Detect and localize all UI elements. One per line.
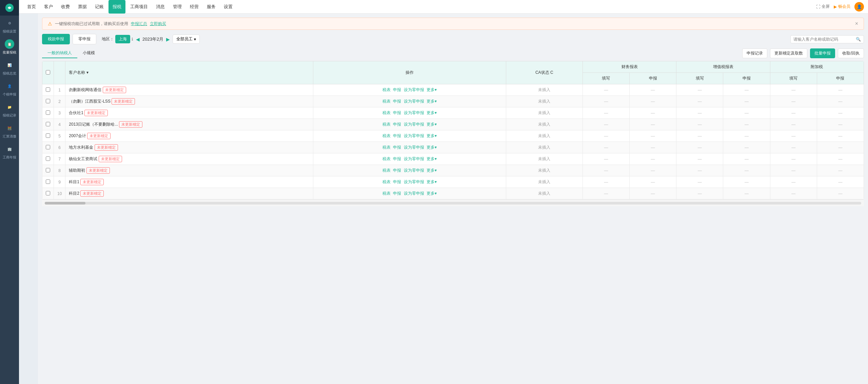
row-tax-apply: —	[723, 142, 770, 153]
nav-service[interactable]: 服务	[203, 0, 220, 14]
nav-business[interactable]: 工商项目	[126, 0, 152, 14]
withdraw-button[interactable]: 收取/回执	[838, 48, 864, 58]
op-tax-table[interactable]: 税表	[382, 145, 391, 150]
banner-close-button[interactable]: ×	[855, 21, 858, 27]
op-tax-table[interactable]: 税表	[382, 191, 391, 196]
row-checkbox-2[interactable]	[46, 110, 50, 115]
apply-record-button[interactable]: 申报记录	[742, 48, 767, 58]
tab-zero-apply[interactable]: 零申报	[73, 34, 96, 44]
next-date-button[interactable]: ▶	[166, 37, 170, 42]
info-icon[interactable]: ℹ	[132, 37, 133, 42]
sort-icon[interactable]: ▾	[86, 70, 88, 75]
op-more[interactable]: 更多▾	[427, 168, 437, 173]
search-icon[interactable]: 🔍	[856, 37, 861, 42]
row-checkbox-4[interactable]	[46, 133, 50, 138]
row-checkbox-7[interactable]	[46, 168, 50, 172]
op-apply[interactable]: 申报	[393, 133, 401, 138]
banner-link-summary[interactable]: 申报汇总	[131, 21, 147, 27]
op-tax-table[interactable]: 税表	[382, 156, 391, 161]
op-apply[interactable]: 申报	[393, 122, 401, 127]
op-more[interactable]: 更多▾	[427, 145, 437, 150]
op-apply[interactable]: 申报	[393, 99, 401, 104]
nav-billing[interactable]: 收费	[57, 0, 74, 14]
row-finance-apply: —	[630, 188, 676, 199]
op-set-zero[interactable]: 设为零申报	[404, 122, 424, 127]
sidebar-item-tax-overview[interactable]: 📊 报税总览	[0, 58, 19, 79]
op-tax-table[interactable]: 税表	[382, 122, 391, 127]
op-apply[interactable]: 申报	[393, 145, 401, 150]
sidebar-item-personal-tax[interactable]: 👤 个税申报	[0, 79, 19, 100]
batch-apply-button[interactable]: 批量申报	[810, 48, 835, 58]
op-more[interactable]: 更多▾	[427, 87, 437, 92]
op-more[interactable]: 更多▾	[427, 122, 437, 127]
row-ca-status: 未插入	[506, 142, 583, 153]
member-button[interactable]: ▶ 畅会员	[834, 4, 850, 9]
tab-small-scale[interactable]: 小规模	[77, 48, 100, 58]
op-set-zero[interactable]: 设为零申报	[404, 145, 424, 150]
user-avatar[interactable]: 👤	[854, 2, 864, 12]
op-tax-table[interactable]: 税表	[382, 99, 391, 104]
select-all-checkbox[interactable]	[46, 70, 50, 74]
horizontal-scrollbar[interactable]	[42, 199, 864, 206]
staff-selector[interactable]: 全部员工 ▾	[173, 35, 200, 44]
op-more[interactable]: 更多▾	[427, 179, 437, 184]
search-input[interactable]	[793, 37, 854, 42]
op-apply[interactable]: 申报	[393, 191, 401, 196]
nav-settings[interactable]: 设置	[220, 0, 237, 14]
op-apply[interactable]: 申报	[393, 156, 401, 161]
op-more[interactable]: 更多▾	[427, 191, 437, 196]
op-set-zero[interactable]: 设为零申报	[404, 156, 424, 161]
op-tax-table[interactable]: 税表	[382, 168, 391, 173]
update-confirm-button[interactable]: 更新稽定及取数	[770, 48, 807, 58]
op-set-zero[interactable]: 设为零申报	[404, 179, 424, 184]
op-apply[interactable]: 申报	[393, 87, 401, 92]
th-name: 客户名称 ▾	[65, 61, 313, 84]
nav-tax[interactable]: 报税	[108, 0, 125, 14]
tab-general-taxpayer[interactable]: 一般的纳税人	[42, 48, 77, 58]
sidebar-item-tax-settings[interactable]: ⚙ 报税设置	[0, 16, 19, 37]
nav-accounting[interactable]: 记账	[91, 0, 108, 14]
row-operations: 税表 申报 设为零申报 更多▾	[313, 96, 506, 107]
prev-date-button[interactable]: ◀	[136, 37, 140, 42]
op-more[interactable]: 更多▾	[427, 133, 437, 138]
op-set-zero[interactable]: 设为零申报	[404, 168, 424, 173]
op-set-zero[interactable]: 设为零申报	[404, 110, 424, 115]
nav-message[interactable]: 消息	[152, 0, 169, 14]
row-checkbox-8[interactable]	[46, 179, 50, 184]
nav-operations[interactable]: 经营	[186, 0, 203, 14]
row-operations: 税表 申报 设为零申报 更多▾	[313, 130, 506, 142]
nav-home[interactable]: 首页	[23, 0, 40, 14]
sidebar-item-annual-calc[interactable]: 🧮 汇算清缴	[0, 121, 19, 142]
sidebar-item-tax-records[interactable]: 📁 报税记录	[0, 100, 19, 121]
row-checkbox-6[interactable]	[46, 156, 50, 161]
op-apply[interactable]: 申报	[393, 179, 401, 184]
tab-tax-apply[interactable]: 税款申报	[42, 34, 70, 44]
nav-customer[interactable]: 客户	[40, 0, 57, 14]
op-more[interactable]: 更多▾	[427, 110, 437, 115]
nav-invoice[interactable]: 票据	[74, 0, 91, 14]
scroll-thumb[interactable]	[45, 202, 85, 205]
fullscreen-button[interactable]: ⛶ 全屏	[816, 4, 830, 9]
nav-manage[interactable]: 管理	[169, 0, 186, 14]
op-tax-table[interactable]: 税表	[382, 133, 391, 138]
row-checkbox-1[interactable]	[46, 99, 50, 103]
op-apply[interactable]: 申报	[393, 110, 401, 115]
row-checkbox-5[interactable]	[46, 145, 50, 149]
banner-link-buy[interactable]: 立即购买	[150, 21, 166, 27]
op-set-zero[interactable]: 设为零申报	[404, 87, 424, 92]
op-tax-table[interactable]: 税表	[382, 179, 391, 184]
row-checkbox-9[interactable]	[46, 191, 50, 195]
sidebar-item-business-annual[interactable]: 🏢 工商年报	[0, 142, 19, 163]
row-checkbox-0[interactable]	[46, 87, 50, 92]
op-set-zero[interactable]: 设为零申报	[404, 133, 424, 138]
customer-name: 科目1	[69, 179, 79, 184]
op-set-zero[interactable]: 设为零申报	[404, 99, 424, 104]
op-more[interactable]: 更多▾	[427, 156, 437, 161]
op-tax-table[interactable]: 税表	[382, 110, 391, 115]
op-more[interactable]: 更多▾	[427, 99, 437, 104]
sidebar-item-batch-tax[interactable]: 📋 批量报税	[0, 37, 19, 58]
op-tax-table[interactable]: 税表	[382, 87, 391, 92]
op-apply[interactable]: 申报	[393, 168, 401, 173]
row-checkbox-3[interactable]	[46, 122, 50, 126]
op-set-zero[interactable]: 设为零申报	[404, 191, 424, 196]
